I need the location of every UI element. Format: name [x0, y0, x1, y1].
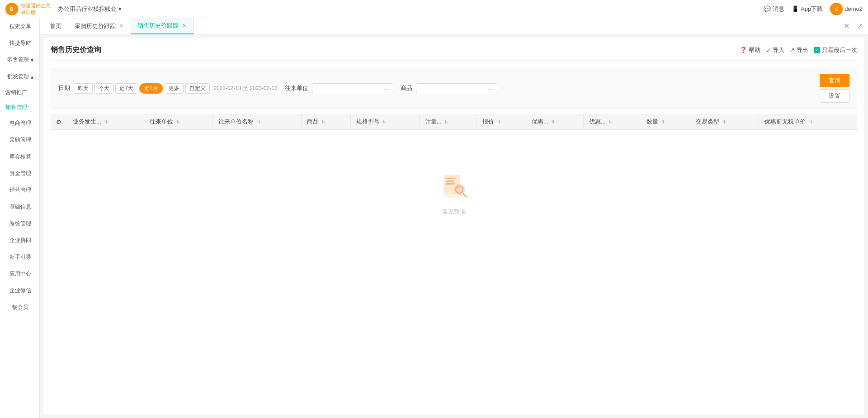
data-table: ⚙ 业务发生... ⇅ 往来单位 ⇅ 往来单位名称 — [51, 114, 857, 130]
close-sales-history-tab[interactable]: ✕ — [181, 22, 187, 29]
tab-purchase-history[interactable]: 采购历史价跟踪 ✕ — [68, 18, 131, 34]
logo-text: 畅捷通好生意 标准版 — [21, 2, 51, 15]
only-last-checkbox-label[interactable]: ✓ 只看最后一次 — [814, 46, 857, 54]
tab-sales-history-label: 销售历史价跟踪 — [137, 22, 179, 30]
app-selector[interactable]: 办公用品行业模拟账套 ▾ — [54, 3, 125, 15]
close-tab-button[interactable]: ✕ — [842, 20, 851, 32]
sidebar-item-label: 搜索菜单 — [9, 23, 31, 30]
date-last1m-btn[interactable]: 近1月 — [139, 83, 163, 94]
app-download-label: App下载 — [801, 5, 823, 13]
sidebar-item-label: 批发管理 — [7, 73, 29, 81]
date-last7-btn[interactable]: 近7天 — [115, 83, 137, 94]
tab-purchase-history-label: 采购历史价跟踪 — [75, 22, 116, 30]
app-download-action[interactable]: 📱 App下载 — [792, 5, 823, 13]
maximize-tab-button[interactable]: ⤢ — [855, 20, 864, 32]
date-today-btn[interactable]: 今天 — [94, 83, 113, 94]
export-icon: ↗ — [790, 47, 795, 53]
table-col-trade-type[interactable]: 交易类型 ⇅ — [690, 114, 759, 130]
table-col-spec[interactable]: 规格型号 ⇅ — [350, 114, 419, 130]
sort-arrows-discount1: ⇅ — [551, 119, 555, 124]
help-label: 帮助 — [749, 46, 760, 54]
svg-rect-3 — [446, 180, 454, 182]
date-yesterday-btn[interactable]: 昨天 — [74, 83, 93, 94]
sort-arrows-quantity: ⇅ — [661, 119, 665, 124]
table-col-unit[interactable]: 计量... ⇅ — [419, 114, 476, 130]
table-col-biz-date[interactable]: 业务发生... ⇅ — [67, 114, 144, 130]
table-col-quantity[interactable]: 数量 ⇅ — [641, 114, 690, 130]
sidebar-item-label: 快捷导航 — [9, 39, 31, 47]
sort-arrows-quote: ⇅ — [497, 119, 500, 124]
sidebar-item-label: 采购管理 — [9, 136, 31, 144]
sidebar-item-enterprise-collab[interactable]: 企业协同 — [0, 232, 39, 249]
partner-input[interactable]: ... — [312, 83, 393, 93]
svg-rect-2 — [446, 178, 456, 179]
sidebar-item-quick-nav[interactable]: 快捷导航 — [0, 35, 39, 52]
sidebar-item-label: 销售管理 — [5, 104, 27, 111]
table-col-discount1[interactable]: 优惠... ⇅ — [526, 114, 583, 130]
arrow-down-icon: ▾ — [31, 57, 33, 63]
tab-sales-history[interactable]: 销售历史价跟踪 ✕ — [131, 18, 194, 34]
goods-filter-group: 商品 ... — [401, 83, 497, 93]
table-col-pretax-price[interactable]: 优惠前无税单价 ⇅ — [759, 114, 857, 130]
dropdown-arrow-icon: ▾ — [118, 5, 122, 12]
sidebar-item-ops-mgmt[interactable]: 经营管理 — [0, 182, 39, 199]
sidebar-item-purchase-mgmt[interactable]: 采购管理 — [0, 132, 39, 148]
sidebar-item-new-guide[interactable]: 新手引导 — [0, 249, 39, 266]
close-purchase-history-tab[interactable]: ✕ — [118, 22, 124, 30]
avatar: d — [830, 3, 843, 15]
tabs-bar-right: ✕ ⤢ — [842, 20, 864, 32]
sidebar-item-label: 库存核算 — [9, 153, 31, 161]
sidebar-item-app-center[interactable]: 应用中心 — [0, 266, 39, 282]
tab-home-label: 首页 — [50, 22, 61, 30]
sidebar-item-finance[interactable]: 资金管理 — [0, 165, 39, 182]
message-action[interactable]: 💬 消息 — [764, 5, 784, 13]
tab-home[interactable]: 首页 — [43, 18, 68, 34]
export-action[interactable]: ↗ 导出 — [790, 46, 808, 54]
arrow-up-icon: ▴ — [31, 74, 33, 80]
sidebar-item-ecom-mgmt[interactable]: 电商管理 — [0, 115, 39, 132]
help-icon: ❓ — [740, 47, 747, 53]
table-col-settings[interactable]: ⚙ — [51, 114, 67, 130]
sidebar-item-label: 企业微信 — [9, 287, 31, 294]
sidebar-item-label: 零售管理 — [7, 56, 29, 64]
table-col-partner-code[interactable]: 往来单位 ⇅ — [144, 114, 213, 130]
date-filter-group: 日期 昨天 今天 近7天 近1月 更多 自定义 2023-02-18 至 202… — [58, 83, 278, 94]
sidebar-item-marketing[interactable]: 营销推广 — [0, 85, 39, 100]
top-header: 6 畅捷通好生意 标准版 办公用品行业模拟账套 ▾ 💬 消息 📱 App下载 d… — [0, 0, 868, 18]
help-action[interactable]: ❓ 帮助 — [740, 46, 760, 54]
table-col-partner-name[interactable]: 往来单位名称 ⇅ — [213, 114, 301, 130]
table-col-goods[interactable]: 商品 ⇅ — [301, 114, 350, 130]
query-button[interactable]: 查询 — [820, 74, 849, 87]
phone-icon: 📱 — [792, 5, 799, 12]
import-action[interactable]: ↙ 导入 — [766, 46, 784, 54]
table-col-discount2[interactable]: 优惠... ⇅ — [583, 114, 641, 130]
goods-input[interactable]: ... — [416, 83, 497, 93]
partner-filter-group: 往来单位 ... — [285, 83, 393, 93]
sidebar-item-vip-member[interactable]: 畅会员 — [0, 299, 39, 316]
date-buttons: 昨天 今天 近7天 近1月 更多 自定义 — [74, 83, 210, 94]
logo-area: 6 畅捷通好生意 标准版 — [5, 2, 51, 15]
settings-button[interactable]: 设置 — [820, 89, 849, 103]
header-left: 6 畅捷通好生意 标准版 办公用品行业模拟账套 ▾ — [5, 2, 125, 15]
date-custom-btn[interactable]: 自定义 — [185, 83, 210, 94]
only-last-checkbox[interactable]: ✓ — [814, 47, 820, 53]
table-col-quote[interactable]: 报价 ⇅ — [476, 114, 526, 130]
sidebar-item-sales-mgmt[interactable]: 销售管理 — [0, 100, 39, 115]
sidebar-item-basic-info[interactable]: 基础信息 — [0, 199, 39, 215]
date-more-btn[interactable]: 更多 — [165, 83, 184, 94]
sidebar-item-system-mgmt[interactable]: 系统管理 — [0, 215, 39, 232]
sidebar-item-retail-mgmt[interactable]: 零售管理 ▾ — [0, 52, 39, 68]
sidebar-item-wholesale-mgmt[interactable]: 批发管理 ▴ — [0, 68, 39, 85]
empty-state-text: 暂无数据 — [442, 208, 466, 216]
logo-icon: 6 — [5, 3, 18, 15]
sort-arrows-trade-type: ⇅ — [722, 119, 726, 124]
sidebar-item-label: 电商管理 — [9, 119, 31, 127]
sidebar-item-inventory[interactable]: 库存核算 — [0, 148, 39, 165]
sidebar-item-search-order[interactable]: 搜索菜单 — [0, 18, 39, 35]
user-area[interactable]: d demo2 — [830, 3, 863, 15]
header-right: 💬 消息 📱 App下载 d demo2 — [764, 3, 863, 15]
sidebar-item-label: 资金管理 — [9, 170, 31, 177]
filter-right-actions: 查询 设置 — [820, 74, 849, 103]
sort-arrows-pretax-price: ⇅ — [809, 119, 812, 124]
sidebar-item-enterprise-wechat[interactable]: 企业微信 — [0, 282, 39, 299]
